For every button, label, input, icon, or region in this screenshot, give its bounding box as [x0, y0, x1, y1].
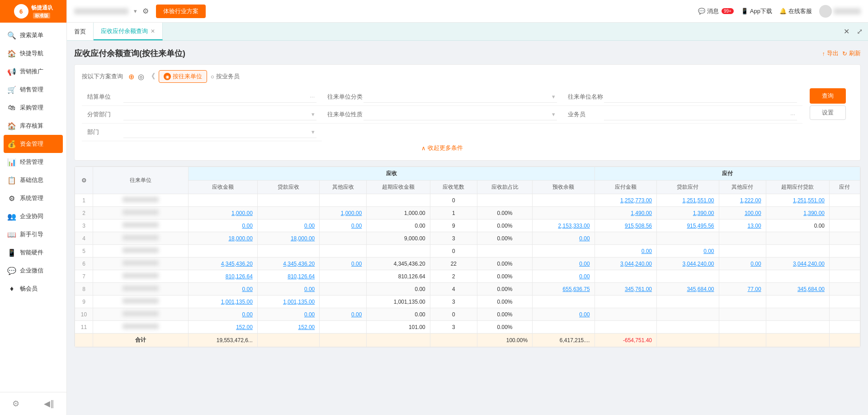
sidebar-item-sales[interactable]: 🛒 销售管理 [0, 81, 66, 99]
filter-collapse-btn[interactable]: 《 [148, 72, 155, 81]
row-ar-loan[interactable]: 152.00 [257, 321, 319, 334]
row-prepay[interactable]: 2,153,333.00 [533, 219, 594, 232]
row-ap-loan[interactable]: 345,684.00 [657, 283, 719, 296]
tab-close-btn[interactable]: ✕ [151, 28, 155, 34]
row-ap-other[interactable]: 0.00 [719, 258, 766, 270]
dept-arrow-icon[interactable]: ▾ [311, 129, 315, 135]
filter-more-btn[interactable]: ∧ 收起更多条件 [82, 141, 802, 155]
sidebar-item-hardware[interactable]: 📱 智能硬件 [0, 243, 66, 262]
row-ar-amount[interactable]: 1,000.00 [189, 207, 258, 219]
tab-close-window-btn[interactable]: ✕ [842, 25, 851, 38]
sidebar-item-basic-info[interactable]: 📋 基础信息 [0, 171, 66, 189]
unit-nature-arrow-icon[interactable]: ▾ [552, 111, 555, 118]
topbar-dropdown-arrow[interactable]: ▾ [134, 8, 137, 14]
sidebar-item-guide[interactable]: 📖 新手引导 [0, 225, 66, 243]
row-ap-loan[interactable]: 915,495.56 [657, 219, 719, 232]
sidebar-item-system[interactable]: ⚙ 系统管理 [0, 189, 66, 207]
row-ar-loan[interactable]: 0.00 [257, 308, 319, 321]
settlement-dots-icon[interactable]: ··· [310, 93, 315, 100]
table-settings-icon[interactable]: ⚙ [81, 177, 87, 184]
set-btn[interactable]: 设置 [810, 105, 846, 120]
filter-scheme-btn[interactable]: ◎ [138, 72, 144, 81]
row-ap-amount[interactable]: 1,252,773.00 [594, 194, 656, 207]
row-prepay[interactable]: 0.00 [533, 270, 594, 283]
sidebar-collapse-btn[interactable]: ◀‖ [40, 397, 58, 410]
sidebar-item-member[interactable]: ♦ 畅会员 [0, 280, 66, 298]
row-ar-loan[interactable]: 0.00 [257, 283, 319, 296]
query-btn[interactable]: 查询 [810, 88, 846, 104]
row-ar-loan[interactable]: 4,345,436.20 [257, 258, 319, 270]
filter-scheme-active[interactable]: ◉ 按往来单位 [159, 70, 207, 83]
sidebar-item-search[interactable]: 🔍 搜索菜单 [0, 26, 66, 44]
filter-scheme-other[interactable]: ○ 按业务员 [207, 71, 243, 82]
sidebar-item-inventory[interactable]: 🏠 库存核算 [0, 117, 66, 135]
online-service-btn[interactable]: 🔔 在线客服 [779, 7, 812, 15]
unit-category-input[interactable]: ▾ [363, 91, 557, 103]
row-ap-overdue[interactable]: 1,251,551.00 [766, 194, 829, 207]
row-ar-other[interactable]: 1,000.00 [320, 207, 367, 219]
row-prepay[interactable]: 0.00 [533, 258, 594, 270]
topbar-gear-btn[interactable]: ⚙ [142, 7, 149, 15]
row-ar-amount[interactable]: 18,000.00 [189, 232, 258, 245]
app-download-btn[interactable]: 📱 App下载 [741, 7, 772, 15]
sidebar-item-wechat[interactable]: 💬 企业微信 [0, 262, 66, 280]
tab-balance-query[interactable]: 应收应付余额查询 ✕ [94, 23, 163, 40]
row-ap-loan[interactable]: 0.00 [657, 245, 719, 258]
salesman-dots-icon[interactable]: ··· [790, 111, 795, 118]
row-ap-loan[interactable]: 3,044,240.00 [657, 258, 719, 270]
row-ap-amount[interactable]: 345,761.00 [594, 283, 656, 296]
sidebar-item-operation[interactable]: 📊 经营管理 [0, 153, 66, 171]
row-ar-amount[interactable]: 0.00 [189, 308, 258, 321]
sidebar-item-quick-nav[interactable]: 🏠 快捷导航 [0, 44, 66, 62]
row-ap-other[interactable]: 13.00 [719, 219, 766, 232]
row-ar-amount[interactable]: 152.00 [189, 321, 258, 334]
row-ar-amount[interactable]: 810,126.64 [189, 270, 258, 283]
row-ap-loan[interactable]: 1,390.00 [657, 207, 719, 219]
dept-input[interactable]: ▾ [123, 126, 316, 138]
department-arrow-icon[interactable]: ▾ [311, 111, 315, 118]
unit-name-input[interactable] [604, 91, 797, 103]
tab-home[interactable]: 首页 [67, 23, 94, 40]
row-ar-other[interactable]: 0.00 [320, 219, 367, 232]
export-btn[interactable]: ↑ 导出 [822, 49, 839, 57]
user-area[interactable] [819, 5, 861, 18]
row-ar-other[interactable]: 0.00 [320, 258, 367, 270]
row-ap-amount[interactable]: 0.00 [594, 245, 656, 258]
row-ar-loan[interactable]: 810,126.64 [257, 270, 319, 283]
unit-nature-input[interactable]: ▾ [363, 109, 557, 120]
row-ar-amount[interactable]: 0.00 [189, 219, 258, 232]
message-btn[interactable]: 💬 消息 99+ [698, 7, 734, 15]
settlement-input[interactable]: ··· [123, 91, 316, 103]
row-ar-other[interactable]: 0.00 [320, 308, 367, 321]
row-ap-overdue[interactable]: 3,044,240.00 [766, 258, 829, 270]
sidebar-item-finance[interactable]: 💰 资金管理 [4, 135, 63, 153]
refresh-btn[interactable]: ↻ 刷新 [842, 49, 861, 57]
row-ap-other[interactable]: 77.00 [719, 283, 766, 296]
row-ap-overdue[interactable]: 345,684.00 [766, 283, 829, 296]
salesman-input[interactable]: ··· [604, 109, 797, 120]
sidebar-item-purchase[interactable]: 🛍 采购管理 [0, 99, 66, 117]
row-ar-amount[interactable]: 1,001,135.00 [189, 296, 258, 308]
row-ap-other[interactable]: 1,222.00 [719, 194, 766, 207]
department-input[interactable]: ▾ [123, 109, 316, 120]
tab-expand-btn[interactable]: ⤢ [855, 25, 864, 38]
sidebar-settings-btn[interactable]: ⚙ [9, 397, 23, 410]
row-prepay[interactable]: 655,636.75 [533, 283, 594, 296]
th-settings[interactable]: ⚙ [75, 167, 93, 194]
row-ap-amount[interactable]: 1,490.00 [594, 207, 656, 219]
sidebar-item-marketing[interactable]: 📢 营销推广 [0, 62, 66, 81]
row-ar-loan[interactable]: 1,001,135.00 [257, 296, 319, 308]
row-prepay[interactable]: 0.00 [533, 232, 594, 245]
sidebar-item-cooperation[interactable]: 👥 企业协同 [0, 207, 66, 225]
filter-add-btn[interactable]: ⊕ [128, 72, 134, 81]
row-ar-loan[interactable]: 0.00 [257, 219, 319, 232]
row-ap-loan[interactable]: 1,251,551.00 [657, 194, 719, 207]
row-ap-overdue[interactable]: 1,390.00 [766, 207, 829, 219]
row-ar-amount[interactable]: 4,345,436.20 [189, 258, 258, 270]
row-prepay[interactable]: 0.00 [533, 308, 594, 321]
row-ar-amount[interactable]: 0.00 [189, 283, 258, 296]
row-ap-amount[interactable]: 3,044,240.00 [594, 258, 656, 270]
row-ap-other[interactable]: 100.00 [719, 207, 766, 219]
row-ar-loan[interactable]: 18,000.00 [257, 232, 319, 245]
row-ap-amount[interactable]: 915,508.56 [594, 219, 656, 232]
